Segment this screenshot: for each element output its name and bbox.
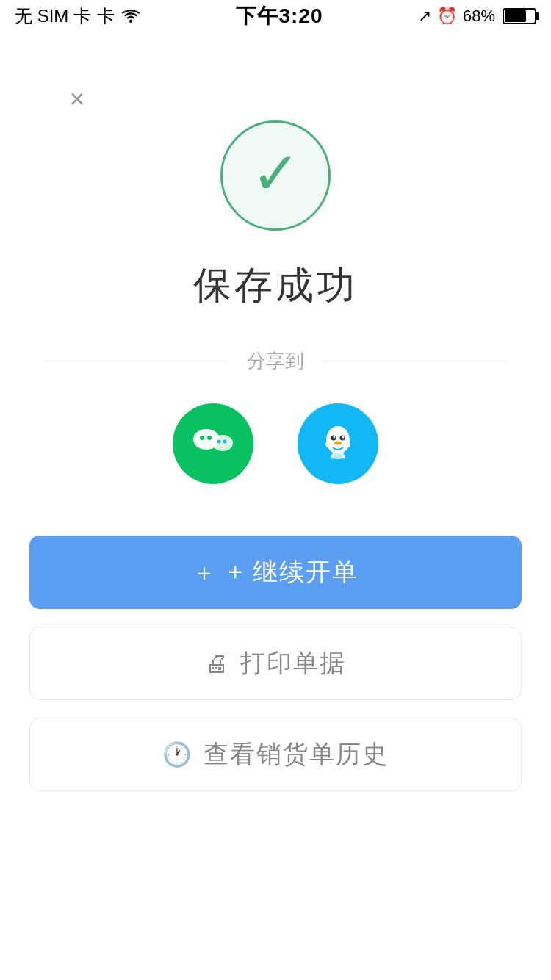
share-label: 分享到 (229, 348, 322, 374)
svg-point-8 (325, 441, 336, 448)
wechat-share-button[interactable] (173, 403, 253, 484)
plus-icon: ＋ (192, 561, 216, 584)
svg-point-6 (223, 440, 227, 444)
svg-point-13 (342, 436, 345, 439)
success-title: 保存成功 (193, 260, 358, 311)
share-icons (173, 403, 378, 484)
alarm-icon: ⏰ (437, 7, 457, 26)
actions-container: ＋ + 继续开单 🖨 打印单据 🕐 查看销货单历史 (0, 536, 551, 791)
history-button[interactable]: 🕐 查看销货单历史 (29, 718, 522, 791)
close-button[interactable]: × (59, 81, 96, 118)
status-time: 下午3:20 (236, 2, 323, 30)
svg-point-9 (340, 441, 350, 448)
svg-point-4 (207, 436, 212, 440)
location-icon: ↗ (418, 7, 431, 26)
qq-share-button[interactable] (298, 403, 378, 484)
qq-icon (312, 418, 364, 469)
svg-point-5 (217, 440, 221, 444)
sim-icon: 卡 (97, 4, 115, 28)
history-label: 查看销货单历史 (204, 738, 389, 771)
continue-button[interactable]: ＋ + 继续开单 (29, 536, 522, 609)
wifi-icon (120, 9, 141, 24)
svg-point-2 (212, 435, 233, 451)
share-divider: 分享到 (0, 348, 551, 374)
battery-icon (503, 8, 536, 24)
status-carrier: 无 SIM 卡 卡 (15, 4, 141, 28)
divider-line-right (322, 361, 507, 361)
wechat-icon (187, 418, 239, 469)
divider-line-left (44, 361, 229, 361)
clock-icon: 🕐 (162, 743, 192, 766)
svg-point-3 (200, 436, 204, 440)
battery-percent: 68% (463, 7, 495, 26)
print-label: 打印单据 (240, 646, 346, 680)
battery-fill (505, 10, 526, 22)
success-icon-circle: ✓ (220, 120, 331, 231)
status-bar: 无 SIM 卡 卡 下午3:20 ↗ ⏰ 68% (0, 0, 551, 32)
status-right-group: ↗ ⏰ 68% (418, 7, 536, 26)
svg-point-12 (334, 436, 336, 439)
print-button[interactable]: 🖨 打印单据 (29, 627, 522, 700)
svg-point-14 (334, 442, 342, 445)
continue-label: + 继续开单 (228, 555, 358, 589)
main-content: ✓ 保存成功 分享到 (0, 76, 551, 980)
checkmark-icon: ✓ (251, 145, 300, 203)
close-icon: × (69, 86, 84, 112)
printer-icon: 🖨 (205, 652, 228, 675)
svg-point-0 (129, 20, 132, 23)
carrier-text: 无 SIM 卡 (15, 4, 91, 28)
